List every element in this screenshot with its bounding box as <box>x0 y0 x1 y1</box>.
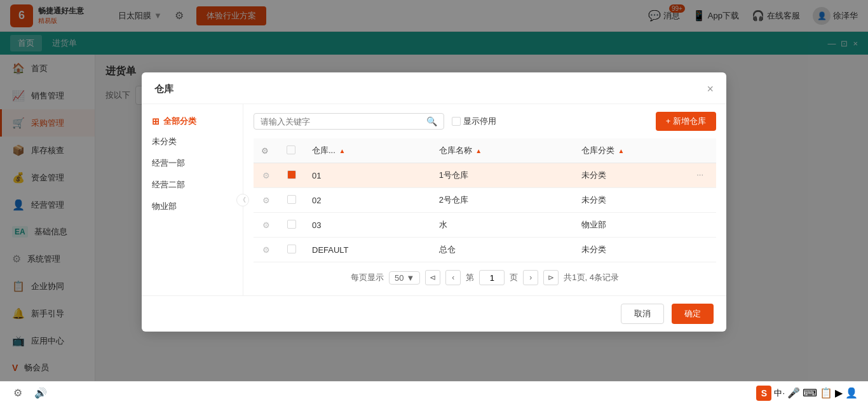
prev-page-button[interactable]: ‹ <box>445 270 461 285</box>
table-row[interactable]: ⚙ 03 水 物业部 <box>254 213 716 238</box>
page-input[interactable] <box>479 270 505 285</box>
category-panel: ⊞ 全部分类 未分类 经营一部 经营二部 物业部 《 <box>142 104 243 295</box>
table-toolbar: 🔍 显示停用 + 新增仓库 <box>254 112 716 131</box>
volume-icon[interactable]: 🔊 <box>33 386 48 401</box>
row-checkbox[interactable] <box>279 188 304 213</box>
bottom-brand: S 中· 🎤 ⌨ 📋 ▶ 👤 <box>756 386 858 401</box>
modal-footer: 取消 确定 <box>142 295 726 332</box>
pagination: 每页显示 50 ▼ ⊲ ‹ 第 页 › ⊳ 共1页, 4条记录 <box>254 262 716 288</box>
warehouse-table: ⚙ 仓库... ▲ 仓库名称 ▲ <box>254 138 716 262</box>
row-name: 2号仓库 <box>431 188 574 213</box>
total-info: 共1页, 4条记录 <box>564 272 619 283</box>
row-category: 未分类 <box>574 238 716 262</box>
first-page-button[interactable]: ⊲ <box>425 270 440 285</box>
row-name: 总仓 <box>431 238 574 262</box>
show-disabled-toggle[interactable]: 显示停用 <box>452 116 496 127</box>
sort-icon: ▲ <box>339 147 345 154</box>
category-item-2[interactable]: 经营二部 <box>142 174 243 196</box>
row-gear: ⚙ <box>254 213 279 238</box>
row-checkbox[interactable] <box>279 163 304 188</box>
bottom-bar: ⚙ 🔊 S 中· 🎤 ⌨ 📋 ▶ 👤 <box>0 381 868 404</box>
col-checkbox <box>279 138 304 163</box>
table-row[interactable]: ⚙ DEFAULT 总仓 未分类 <box>254 238 716 262</box>
row-actions[interactable]: ··· <box>696 170 703 179</box>
modal-title: 仓库 <box>154 83 173 95</box>
table-panel: 🔍 显示停用 + 新增仓库 ⚙ <box>243 104 726 295</box>
page-label: 第 <box>466 272 474 283</box>
grid-icon: ⊞ <box>152 116 159 126</box>
row-code: 02 <box>304 188 431 213</box>
brand-text: 中· <box>774 387 785 399</box>
sort-icon-2: ▲ <box>475 147 482 154</box>
category-item-unclassified[interactable]: 未分类 <box>142 131 243 152</box>
page-unit: 页 <box>510 272 518 283</box>
search-icon: 🔍 <box>426 116 437 126</box>
keyboard-icon[interactable]: ⌨ <box>803 387 817 399</box>
category-item-3[interactable]: 物业部 <box>142 196 243 217</box>
col-code-header: 仓库... ▲ <box>304 138 431 163</box>
cancel-button[interactable]: 取消 <box>621 304 664 324</box>
row-gear: ⚙ <box>254 238 279 262</box>
row-checkbox[interactable] <box>279 238 304 262</box>
modal-overlay: 仓库 × ⊞ 全部分类 未分类 经营一部 经营二部 物业部 《 <box>0 0 868 404</box>
dropdown-icon: ▼ <box>406 273 414 283</box>
play-icon[interactable]: ▶ <box>835 387 843 399</box>
modal-body: ⊞ 全部分类 未分类 经营一部 经营二部 物业部 《 🔍 <box>142 104 726 295</box>
table-row[interactable]: ⚙ 02 2号仓库 未分类 <box>254 188 716 213</box>
confirm-button[interactable]: 确定 <box>672 304 714 324</box>
per-page-select[interactable]: 50 ▼ <box>389 271 420 285</box>
mic-icon[interactable]: 🎤 <box>787 387 800 399</box>
row-name: 水 <box>431 213 574 238</box>
row-category: 未分类 <box>574 188 716 213</box>
row-category: 物业部 <box>574 213 716 238</box>
last-page-button[interactable]: ⊳ <box>543 270 559 285</box>
warehouse-modal: 仓库 × ⊞ 全部分类 未分类 经营一部 经营二部 物业部 《 <box>142 72 726 332</box>
search-input[interactable] <box>261 117 423 126</box>
row-code: 01 <box>304 163 431 188</box>
add-warehouse-button[interactable]: + 新增仓库 <box>656 112 716 131</box>
row-gear: ⚙ <box>254 188 279 213</box>
table-container: ⚙ 仓库... ▲ 仓库名称 ▲ <box>254 138 716 262</box>
category-all[interactable]: ⊞ 全部分类 <box>142 112 243 131</box>
settings-bottom-icon[interactable]: ⚙ <box>10 386 25 401</box>
show-disabled-checkbox[interactable] <box>452 117 461 126</box>
table-row[interactable]: ⚙ 01 1号仓库 未分类··· <box>254 163 716 188</box>
col-gear: ⚙ <box>254 138 279 163</box>
modal-close-button[interactable]: × <box>707 83 714 96</box>
col-name-header: 仓库名称 ▲ <box>431 138 574 163</box>
col-category-header: 仓库分类 ▲ <box>574 138 716 163</box>
row-code: 03 <box>304 213 431 238</box>
brand-s-icon: S <box>756 386 771 401</box>
collapse-panel-button[interactable]: 《 <box>236 194 249 206</box>
next-page-button[interactable]: › <box>523 270 538 285</box>
row-gear: ⚙ <box>254 163 279 188</box>
search-box[interactable]: 🔍 <box>254 113 444 130</box>
category-item-1[interactable]: 经营一部 <box>142 152 243 174</box>
row-name: 1号仓库 <box>431 163 574 188</box>
user-bottom-icon[interactable]: 👤 <box>845 387 858 399</box>
clipboard-icon[interactable]: 📋 <box>820 387 832 399</box>
row-code: DEFAULT <box>304 238 431 262</box>
sort-icon-3: ▲ <box>618 147 624 154</box>
row-category: 未分类··· <box>574 163 716 188</box>
row-checkbox[interactable] <box>279 213 304 238</box>
modal-header: 仓库 × <box>142 72 726 104</box>
